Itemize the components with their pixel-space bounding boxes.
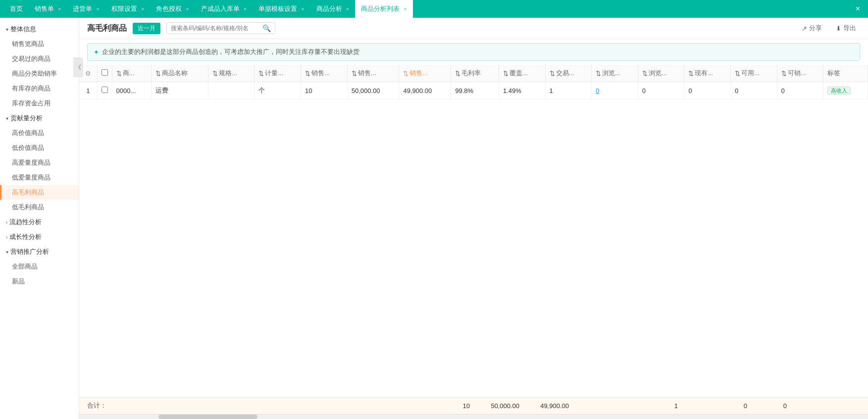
search-input[interactable]	[171, 25, 259, 32]
tag-badge: 高收入	[827, 87, 851, 94]
time-filter-button[interactable]: 近一月	[133, 23, 160, 34]
chevron-right-icon: ›	[6, 234, 7, 240]
sidebar-item-low-margin[interactable]: 低毛利商品	[0, 200, 79, 215]
sidebar-group-growth[interactable]: › 成长性分析	[0, 230, 79, 244]
info-banner: ✦ 企业的主要的利润都是这部分商品创造的，可考虑加大推广，同时关注库存量不要出现…	[87, 43, 860, 61]
close-icon[interactable]: ×	[141, 6, 144, 12]
row-saleable: 0	[777, 82, 823, 99]
nav-tab-analysis-list[interactable]: 商品分析列表 ×	[355, 0, 412, 18]
row-sales-amount: 50,000.00	[347, 82, 399, 99]
table-wrapper: ⚙ ⇅ 商... ⇅	[79, 65, 868, 397]
row-sales-qty: 10	[301, 82, 348, 99]
close-icon[interactable]: ×	[186, 6, 189, 12]
sidebar-item-new-goods[interactable]: 新品	[0, 274, 79, 289]
share-button[interactable]: ↗ 分享	[798, 22, 826, 35]
sidebar-item-high-value[interactable]: 高价值商品	[0, 126, 79, 140]
sidebar-item-all-goods[interactable]: 全部商品	[0, 259, 79, 274]
close-icon[interactable]: ×	[301, 6, 304, 12]
gross-rate-column-header[interactable]: ⇅ 毛利率	[451, 65, 499, 82]
row-select-checkbox[interactable]	[102, 87, 108, 93]
browse2-column-header[interactable]: ⇅ 浏览...	[638, 65, 684, 82]
nav-tab-role[interactable]: 角色授权 ×	[150, 0, 195, 18]
window-close-button[interactable]: ×	[852, 4, 864, 13]
content-area: 高毛利商品 近一月 🔍 ↗ 分享 ⬇ 导出 ✦ 企业的主要的利润都是这部分商品创…	[79, 18, 868, 419]
checkbox-column-header[interactable]	[97, 65, 112, 82]
horizontal-scrollbar[interactable]	[79, 414, 868, 419]
sidebar-group-overall[interactable]: ▾ 整体信息	[0, 22, 79, 37]
sales-amount-column-header[interactable]: ⇅ 销售...	[347, 65, 399, 82]
nav-tab-analysis[interactable]: 商品分析 ×	[310, 0, 355, 18]
row-sales-cost: 49,900.00	[399, 82, 451, 99]
sidebar-item-stock-capital[interactable]: 库存资金占用	[0, 96, 79, 111]
tag-column-header[interactable]: 标签	[823, 65, 868, 82]
select-all-checkbox[interactable]	[102, 69, 108, 76]
sidebar-item-in-stock[interactable]: 有库存的商品	[0, 81, 79, 96]
close-icon[interactable]: ×	[96, 6, 99, 12]
nav-tab-product-inbound[interactable]: 产成品入库单 ×	[195, 0, 253, 18]
info-icon: ✦	[94, 48, 99, 56]
footer-sales-amount: 50,000.00	[474, 402, 523, 410]
sidebar-group-trend[interactable]: › 流趋性分析	[0, 215, 79, 230]
sidebar-item-high-demand[interactable]: 高爱量度商品	[0, 155, 79, 170]
export-icon: ⬇	[836, 25, 841, 32]
top-nav: 首页 销售单 × 进货单 × 权限设置 × 角色授权 × 产成品入库单 × 单据…	[0, 0, 868, 18]
row-coverage: 1.49%	[499, 82, 545, 99]
footer-label: 合计：	[87, 401, 106, 410]
sales-cost-column-header[interactable]: ⇅ 销售...	[399, 65, 451, 82]
sidebar-item-high-margin[interactable]: 高毛利商品	[0, 185, 79, 200]
nav-tab-purchase[interactable]: 进货单 ×	[67, 0, 105, 18]
search-box: 🔍	[166, 22, 275, 34]
browse1-column-header[interactable]: ⇅ 浏览...	[592, 65, 638, 82]
search-icon[interactable]: 🔍	[262, 24, 271, 32]
trade-column-header[interactable]: ⇅ 交易...	[545, 65, 592, 82]
sidebar-item-low-demand[interactable]: 低爱量度商品	[0, 170, 79, 185]
row-unit: 个	[255, 82, 301, 99]
info-text: 企业的主要的利润都是这部分商品创造的，可考虑加大推广，同时关注库存量不要出现缺货	[102, 47, 359, 56]
footer-browse2: 0	[716, 402, 751, 410]
chevron-down-icon: ▾	[6, 27, 8, 32]
chevron-down-icon: ▾	[6, 116, 8, 121]
coverage-column-header[interactable]: ⇅ 覆盖...	[499, 65, 545, 82]
footer-total-bar: 合计： 10 50,000.00 49,900.00 1 0 0	[79, 397, 868, 414]
table-header-row: ⚙ ⇅ 商... ⇅	[79, 65, 868, 82]
share-icon: ↗	[802, 25, 807, 32]
content-header: 高毛利商品 近一月 🔍 ↗ 分享 ⬇ 导出	[79, 18, 868, 39]
row-browse2: 0	[638, 82, 684, 99]
export-button[interactable]: ⬇ 导出	[832, 22, 860, 35]
current-column-header[interactable]: ⇅ 现有...	[684, 65, 731, 82]
close-icon[interactable]: ×	[346, 6, 349, 12]
nav-tab-permission[interactable]: 权限设置 ×	[105, 0, 150, 18]
row-checkbox[interactable]	[97, 82, 112, 99]
sidebar-collapse-button[interactable]: 《	[73, 57, 83, 77]
sidebar-item-sales-goods[interactable]: 销售览商品	[0, 37, 79, 51]
footer-current: 0	[751, 402, 791, 410]
row-current: 0	[684, 82, 731, 99]
row-available: 0	[730, 82, 777, 99]
row-browse1[interactable]: 0	[592, 82, 638, 99]
nav-tab-home[interactable]: 首页	[4, 0, 29, 18]
unit-column-header[interactable]: ⇅ 计量...	[255, 65, 301, 82]
name-column-header[interactable]: ⇅ 商品名称	[152, 65, 208, 82]
nav-tab-template[interactable]: 单据模板设置 ×	[253, 0, 310, 18]
nav-tab-sales[interactable]: 销售单 ×	[29, 0, 67, 18]
sidebar-item-low-value[interactable]: 低价值商品	[0, 140, 79, 155]
row-tag: 高收入	[823, 82, 868, 99]
available-column-header[interactable]: ⇅ 可用...	[730, 65, 777, 82]
close-icon[interactable]: ×	[244, 6, 247, 12]
footer-sales-qty: 10	[434, 402, 474, 410]
page-title: 高毛利商品	[87, 23, 127, 34]
code-column-header[interactable]: ⇅ 商...	[112, 65, 152, 82]
sidebar-group-marketing[interactable]: ▾ 营销推广分析	[0, 244, 79, 259]
sidebar-item-category-rate[interactable]: 商品分类助销率	[0, 66, 79, 81]
sidebar-item-traded-goods[interactable]: 交易过的商品	[0, 51, 79, 66]
sidebar-group-contribution[interactable]: ▾ 贡献量分析	[0, 111, 79, 126]
table-row: 1 0000... 运费 个 10 50,000.00 49,900.00 99…	[79, 82, 868, 99]
gear-icon[interactable]: ⚙	[85, 70, 91, 77]
row-index: 1	[79, 82, 97, 99]
sales-qty-column-header[interactable]: ⇅ 销售...	[301, 65, 348, 82]
close-icon[interactable]: ×	[404, 6, 407, 12]
saleable-column-header[interactable]: ⇅ 可销...	[777, 65, 823, 82]
spec-column-header[interactable]: ⇅ 规格...	[208, 65, 255, 82]
chevron-down-icon: ▾	[6, 249, 8, 255]
close-icon[interactable]: ×	[58, 6, 61, 12]
